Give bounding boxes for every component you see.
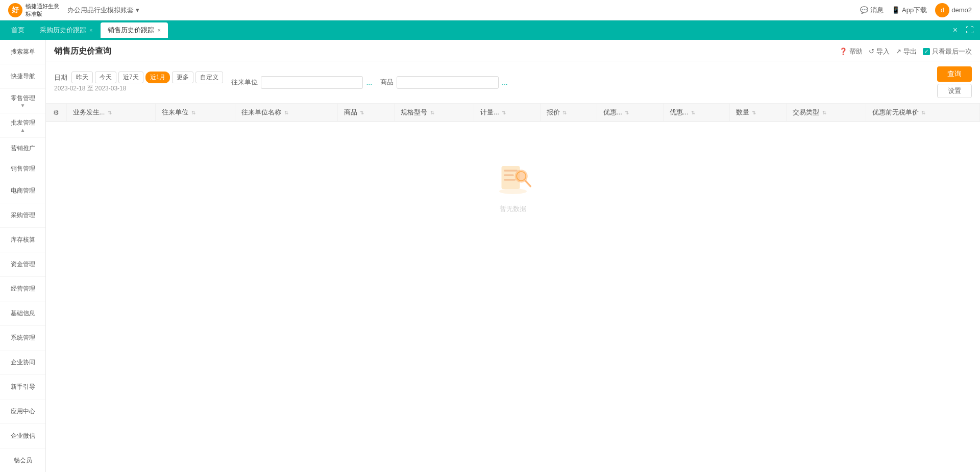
sort-icon: ⇅: [108, 110, 112, 115]
export-icon: ↗: [896, 48, 901, 55]
sidebar-item-enterprise[interactable]: 企业协同: [0, 350, 45, 375]
empty-state-icon: [490, 152, 536, 198]
workspace-selector[interactable]: 办公用品行业模拟账套 ▾: [63, 5, 143, 16]
col-discount1[interactable]: 优惠... ⇅: [597, 104, 663, 122]
close-sales-tab-icon[interactable]: ×: [157, 27, 160, 33]
svg-rect-3: [504, 174, 514, 176]
sort-icon: ⇅: [691, 110, 695, 115]
col-unit[interactable]: 计量... ⇅: [474, 104, 540, 122]
close-all-tabs-button[interactable]: ×: [951, 23, 960, 37]
sort-icon: ⇅: [502, 110, 506, 115]
only-last-checkbox-label[interactable]: ✓ 只看最后一次: [923, 47, 972, 56]
svg-rect-4: [504, 179, 516, 181]
sidebar-item-ops-mgmt[interactable]: 经营管理: [0, 277, 45, 301]
sort-icon: ⇅: [284, 110, 288, 115]
col-quoted-price[interactable]: 报价 ⇅: [540, 104, 597, 122]
sidebar-item-sales-mgmt[interactable]: 销售管理: [0, 158, 45, 179]
only-last-checkbox[interactable]: ✓: [923, 48, 930, 55]
app-download-nav[interactable]: 📱 App下载: [892, 6, 927, 15]
product-dots[interactable]: ...: [502, 78, 508, 86]
col-quantity[interactable]: 数量 ⇅: [729, 104, 786, 122]
col-pretax-price[interactable]: 优惠前无税单价 ⇅: [866, 104, 979, 122]
sidebar: 搜索菜单 快捷导航 零售管理 ▼ 批发管理 ▲ 营销推广 销售管理 电商管理 采…: [0, 40, 46, 472]
tab-purchase-history[interactable]: 采购历史价跟踪 ×: [33, 22, 100, 38]
sidebar-item-member[interactable]: 畅会员: [0, 449, 45, 472]
sidebar-item-search-menu[interactable]: 搜索菜单: [0, 40, 45, 64]
sort-icon: ⇅: [752, 110, 756, 115]
col-trade-type[interactable]: 交易类型 ⇅: [786, 104, 866, 122]
col-settings[interactable]: ⚙: [46, 104, 66, 122]
page-header: 销售历史价查询 ❓ 帮助 ↺ 导入 ↗ 导出 ✓: [46, 40, 980, 61]
sidebar-item-retail-mgmt[interactable]: 零售管理 ▼: [0, 89, 45, 113]
col-partner-name[interactable]: 往来单位名称 ⇅: [235, 104, 338, 122]
svg-point-0: [499, 188, 527, 194]
col-spec[interactable]: 规格型号 ⇅: [394, 104, 474, 122]
avatar: d: [935, 3, 949, 17]
fullscreen-button[interactable]: ⛶: [964, 23, 976, 37]
help-button[interactable]: ❓ 帮助: [839, 47, 863, 56]
sidebar-item-inventory[interactable]: 库存核算: [0, 228, 45, 252]
logo-icon: 好: [8, 3, 22, 17]
import-button[interactable]: ↺ 导入: [869, 47, 890, 56]
sort-icon: ⇅: [191, 110, 195, 115]
svg-rect-2: [504, 170, 518, 172]
partner-label: 往来单位: [231, 78, 258, 87]
date-btn-more[interactable]: 更多: [172, 72, 193, 83]
tab-home[interactable]: 首页: [4, 22, 32, 38]
sort-icon: ⇅: [822, 110, 826, 115]
chevron-icon: ▲: [20, 127, 26, 133]
sort-icon: ⇅: [430, 110, 434, 115]
sidebar-item-wholesale-mgmt[interactable]: 批发管理 ▲: [0, 113, 45, 138]
settings-icon[interactable]: ⚙: [53, 109, 59, 116]
content-area: 销售历史价查询 ❓ 帮助 ↺ 导入 ↗ 导出 ✓: [46, 40, 980, 472]
partner-filter-group: 往来单位 ...: [231, 76, 372, 89]
col-discount2[interactable]: 优惠... ⇅: [663, 104, 729, 122]
col-partner-code[interactable]: 往来单位 ⇅: [156, 104, 235, 122]
sidebar-item-new-guide[interactable]: 新手引导: [0, 375, 45, 399]
date-btn-last7[interactable]: 近7天: [118, 72, 143, 83]
page-title: 销售历史价查询: [54, 46, 111, 57]
partner-dots[interactable]: ...: [366, 78, 372, 86]
product-input[interactable]: [397, 76, 499, 89]
logo-text: 畅捷通好生意 标准版: [26, 3, 59, 17]
date-range: 2023-02-18 至 2023-03-18: [54, 84, 223, 93]
chevron-icon: ▼: [20, 103, 26, 108]
header-right: 💬 消息 📱 App下载 d demo2: [860, 3, 972, 17]
data-table: ⚙ 业务发生... ⇅ 往来单位 ⇅ 往来单位名称: [46, 104, 980, 122]
sidebar-item-quick-nav[interactable]: 快捷导航: [0, 64, 45, 89]
col-biz-date[interactable]: 业务发生... ⇅: [66, 104, 156, 122]
sidebar-item-marketing[interactable]: 营销推广: [0, 138, 45, 158]
sidebar-item-purchase-mgmt[interactable]: 采购管理: [0, 203, 45, 228]
export-button[interactable]: ↗ 导出: [896, 47, 917, 56]
tab-bar-right: × ⛶: [951, 23, 976, 37]
tab-sales-history[interactable]: 销售历史价跟踪 ×: [101, 22, 167, 38]
table-container: ⚙ 业务发生... ⇅ 往来单位 ⇅ 往来单位名称: [46, 104, 980, 472]
sidebar-item-fund-mgmt[interactable]: 资金管理: [0, 252, 45, 277]
sidebar-item-app-center[interactable]: 应用中心: [0, 399, 45, 424]
filter-actions: 查询 设置: [937, 66, 972, 98]
date-btn-yesterday[interactable]: 昨天: [71, 72, 93, 83]
tab-bar: 首页 采购历史价跟踪 × 销售历史价跟踪 × × ⛶: [0, 20, 980, 40]
help-icon: ❓: [839, 48, 847, 55]
product-label: 商品: [380, 78, 394, 87]
empty-text: 暂无数据: [500, 204, 526, 214]
sidebar-item-basic-info[interactable]: 基础信息: [0, 301, 45, 326]
header-left: 好 畅捷通好生意 标准版 办公用品行业模拟账套 ▾: [8, 3, 143, 17]
sort-icon: ⇅: [562, 110, 567, 115]
date-btn-today[interactable]: 今天: [95, 72, 116, 83]
settings-button[interactable]: 设置: [937, 84, 972, 98]
message-nav[interactable]: 💬 消息: [860, 6, 884, 15]
message-icon: 💬: [860, 6, 868, 14]
filter-bar: 日期 昨天 今天 近7天 近1月 更多 自定义 2023-02-18 至 202…: [46, 61, 980, 104]
partner-input[interactable]: [261, 76, 363, 89]
col-product[interactable]: 商品 ⇅: [337, 104, 394, 122]
close-purchase-tab-icon[interactable]: ×: [89, 27, 92, 33]
user-menu[interactable]: d demo2: [935, 3, 972, 17]
date-btn-last1m[interactable]: 近1月: [145, 72, 170, 83]
date-btn-custom[interactable]: 自定义: [195, 72, 223, 83]
sidebar-item-enterprise-wechat[interactable]: 企业微信: [0, 424, 45, 449]
query-button[interactable]: 查询: [937, 66, 972, 82]
main-layout: 搜索菜单 快捷导航 零售管理 ▼ 批发管理 ▲ 营销推广 销售管理 电商管理 采…: [0, 40, 980, 472]
sidebar-item-system-mgmt[interactable]: 系统管理: [0, 326, 45, 350]
sidebar-item-ecommerce-mgmt[interactable]: 电商管理: [0, 179, 45, 203]
